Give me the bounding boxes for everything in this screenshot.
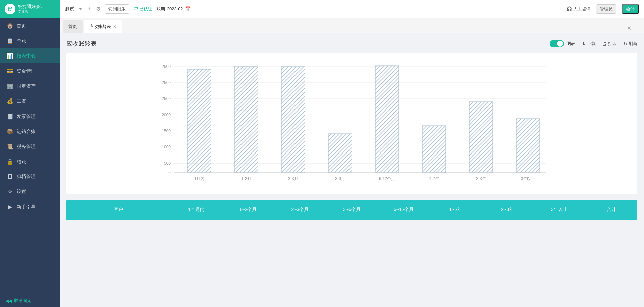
sidebar-item-label: 报表中心 xyxy=(17,53,36,59)
salary-icon: 💰 xyxy=(7,98,13,104)
sidebar-item-guide[interactable]: ▶ 新手引导 xyxy=(0,199,60,214)
col-6-12month: 6~12个月 xyxy=(378,200,430,220)
logo-main: 畅捷通好会计 xyxy=(18,4,44,10)
tab-home[interactable]: 首页 xyxy=(63,20,83,33)
sidebar-item-purchase[interactable]: 📦 进销台账 xyxy=(0,124,60,139)
col-total: 合计 xyxy=(585,200,637,220)
refresh-label: 刷新 xyxy=(629,41,637,47)
accountant-button[interactable]: 会计 xyxy=(622,4,639,14)
sidebar-item-home[interactable]: 🏠 首页 xyxy=(0,18,60,33)
svg-text:1000: 1000 xyxy=(162,145,171,149)
closing-icon: 🔒 xyxy=(7,159,13,165)
sidebar-item-label: 归档管理 xyxy=(17,174,36,180)
sidebar-nav: 🏠 首页 📋 总账 📊 报表中心 💳 资金管理 🏢 固定资产 💰 工资 🧾 发票… xyxy=(0,18,60,294)
cancel-fixed-button[interactable]: ◀◀ 取消固定 xyxy=(0,294,60,307)
tab-ar-aging[interactable]: 应收账龄表 ✕ xyxy=(84,20,122,33)
sidebar-item-assets[interactable]: 🏢 固定资产 xyxy=(0,79,60,94)
close-window-icon[interactable]: ✕ xyxy=(627,25,631,31)
switch-version-button[interactable]: 切到旧版 xyxy=(105,4,129,14)
svg-text:0: 0 xyxy=(168,170,171,175)
svg-text:2500: 2500 xyxy=(162,80,171,85)
logo-sub: 专业版 xyxy=(18,9,44,14)
reports-icon: 📊 xyxy=(7,53,13,59)
expand-icon[interactable]: ⛶ xyxy=(635,25,641,31)
settings-icon: ⚙ xyxy=(7,188,13,195)
verified-label: 已认证 xyxy=(139,6,152,12)
chart-toggle-label: 图表 xyxy=(567,41,575,47)
sidebar-item-label: 资金管理 xyxy=(17,68,36,74)
headset-icon: 🎧 xyxy=(567,6,572,11)
sidebar-item-label: 新手引导 xyxy=(17,204,36,210)
sidebar-item-funds[interactable]: 💳 资金管理 xyxy=(0,63,60,79)
sidebar-item-ledger[interactable]: 📋 总账 xyxy=(0,33,60,48)
sidebar-item-settings[interactable]: ⚙ 设置 xyxy=(0,184,60,199)
bar-6 xyxy=(422,126,446,173)
company-dropdown-icon[interactable]: ▼ xyxy=(78,7,83,11)
tabbar: 首页 应收账龄表 ✕ ✕ ⛶ xyxy=(60,18,644,33)
sidebar-item-salary[interactable]: 💰 工资 xyxy=(0,94,60,109)
tabbar-actions: ✕ ⛶ xyxy=(627,25,644,33)
download-icon: ⬇ xyxy=(582,41,586,46)
period-value: 2023-02 xyxy=(167,6,183,11)
add-company-icon[interactable]: ＋ xyxy=(87,5,92,12)
svg-text:2500: 2500 xyxy=(162,96,171,101)
bar-2 xyxy=(234,67,258,173)
svg-text:6-12个月: 6-12个月 xyxy=(379,176,395,181)
tab-close-icon[interactable]: ✕ xyxy=(113,24,116,29)
sidebar-item-reports[interactable]: 📊 报表中心 xyxy=(0,48,60,63)
col-3-6month: 3~6个月 xyxy=(326,200,378,220)
download-label: 下载 xyxy=(587,41,596,47)
sidebar-item-tax[interactable]: 📜 税务管理 xyxy=(0,139,60,154)
col-1-2year: 1~2年 xyxy=(430,200,482,220)
svg-text:2500: 2500 xyxy=(162,64,171,69)
col-2-3year: 2~3年 xyxy=(482,200,534,220)
chart-inner: 2500 2500 2500 2000 1500 1000 500 0 xyxy=(73,60,631,187)
sidebar-item-label: 工资 xyxy=(17,98,26,104)
logo-text: 畅捷通好会计 专业版 xyxy=(18,4,44,14)
sidebar-item-invoice[interactable]: 🧾 发票管理 xyxy=(0,109,60,124)
ledger-icon: 📋 xyxy=(7,38,13,44)
svg-text:2000: 2000 xyxy=(162,113,171,117)
period-label: 账期 xyxy=(156,6,165,12)
sidebar-item-label: 总账 xyxy=(17,38,26,44)
funds-icon: 💳 xyxy=(7,68,13,74)
period-display: 账期 2023-02 📅 xyxy=(156,6,191,12)
content-area: 应收账龄表 图表 ⬇ 下载 🖨 打印 ↻ 刷新 xyxy=(60,33,644,307)
refresh-icon: ↻ xyxy=(624,41,627,46)
tab-label: 首页 xyxy=(68,24,77,30)
col-1month: 1个月内 xyxy=(170,200,222,220)
svg-text:3-6月: 3-6月 xyxy=(335,176,345,181)
sidebar-item-label: 设置 xyxy=(17,189,26,195)
main-area: 测试 ▼ ＋ ⚙ 切到旧版 🛡 已认证 账期 2023-02 📅 🎧 人工咨询 … xyxy=(60,0,644,307)
print-button[interactable]: 🖨 打印 xyxy=(602,41,617,47)
col-customer: 客户 xyxy=(66,200,170,220)
sidebar-item-label: 税务管理 xyxy=(17,144,36,150)
sidebar-logo: 好 畅捷通好会计 专业版 xyxy=(0,0,60,18)
svg-text:1-2年: 1-2年 xyxy=(429,176,439,181)
purchase-icon: 📦 xyxy=(7,128,13,135)
svg-text:2-3年: 2-3年 xyxy=(476,176,486,181)
calendar-icon[interactable]: 📅 xyxy=(185,6,191,11)
table-header: 客户 1个月内 1~2个月 2~3个月 3~6个月 6~12个月 1~2年 2~… xyxy=(66,200,637,220)
chart-toggle: 图表 xyxy=(550,40,575,47)
bar-8 xyxy=(516,119,540,173)
download-button[interactable]: ⬇ 下载 xyxy=(582,41,596,47)
tax-icon: 📜 xyxy=(7,143,13,150)
pin-icon: ◀◀ xyxy=(5,298,12,303)
bar-4 xyxy=(328,134,352,173)
settings-icon[interactable]: ⚙ xyxy=(96,6,101,12)
tab-label: 应收账龄表 xyxy=(89,24,111,30)
bar-7 xyxy=(469,102,493,173)
bar-3 xyxy=(281,67,305,173)
sidebar-item-archive[interactable]: 🗄 归档管理 xyxy=(0,169,60,184)
sidebar-item-closing[interactable]: 🔒 结账 xyxy=(0,154,60,169)
page-header: 应收账龄表 图表 ⬇ 下载 🖨 打印 ↻ 刷新 xyxy=(66,40,637,48)
svg-text:3年以上: 3年以上 xyxy=(521,176,535,181)
bar-5 xyxy=(375,66,399,173)
service-button[interactable]: 🎧 人工咨询 xyxy=(567,6,591,12)
refresh-button[interactable]: ↻ 刷新 xyxy=(624,41,637,47)
manager-button[interactable]: 管理员 xyxy=(596,4,616,14)
sidebar: 好 畅捷通好会计 专业版 🏠 首页 📋 总账 📊 报表中心 💳 资金管理 🏢 固… xyxy=(0,0,60,307)
chart-toggle-switch[interactable] xyxy=(550,40,564,47)
svg-text:2-3月: 2-3月 xyxy=(288,176,298,181)
